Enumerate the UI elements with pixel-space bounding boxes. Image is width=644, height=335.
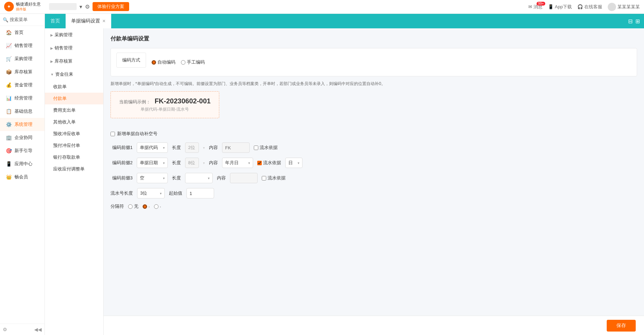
arrow-right-icon: ▶ [50,33,53,37]
code-preview-sub: 单据代码-单据日期-流水号 [119,106,211,112]
length3-select[interactable]: ▾ [185,173,213,183]
sep-dash-radio[interactable]: · [143,204,150,209]
sidebar: 🔍 搜索菜单 🏠 首页 📈 销售管理 🛒 采购管理 📦 库存核算 💰 [0,14,45,335]
sep-radio-group: 无 · · [128,203,161,210]
settings-btn[interactable]: ⚙ [85,3,90,10]
sidebar-item-label-purchase: 采购管理 [15,56,32,62]
auto-encoding-input[interactable] [152,60,156,65]
serial2-unit-value: 日 [288,160,293,166]
tab-actions: ⊟ ⊞ [628,18,644,25]
submenu-ar-ap-adjust[interactable]: 应收应付调整单 [45,163,103,175]
tab-expand-btn[interactable]: ⊞ [635,18,640,25]
submenu-expense[interactable]: 费用支出单 [45,104,103,116]
sidebar-item-finance[interactable]: 💰 资金管理 [0,78,45,92]
sidebar-search[interactable]: 🔍 搜索菜单 [0,14,45,26]
manual-encoding-radio[interactable]: 手工编码 [181,59,205,65]
submenu-prepay-receivable[interactable]: 预收冲应收单 [45,128,103,140]
serial1-checkbox-label[interactable]: 流水依据 [254,145,278,151]
operations-icon: 📊 [6,95,12,101]
serial2-checkbox[interactable] [257,161,262,165]
menu-group-capital-items: 收款单 付款单 费用支出单 其他收入单 预收冲应收单 预付冲应付单 银行存取款单… [45,81,103,175]
tab-minimize-btn[interactable]: ⊟ [628,18,633,25]
sidebar-item-system-mgmt[interactable]: ⚙️ 系统管理 [0,118,45,131]
auto-fill-label[interactable]: 新增单据自动补空号 [110,131,157,137]
user-area[interactable]: 某某某某某 [608,3,640,11]
sidebar-item-label-basic-info: 基础信息 [15,108,32,114]
sidebar-item-operations[interactable]: 📊 经营管理 [0,92,45,105]
serial2-unit-select[interactable]: 日 ▾ [285,158,302,168]
start-value-input[interactable]: 1 [186,188,214,198]
search-icon: 🔍 [3,17,8,22]
sidebar-item-enterprise[interactable]: 🏢 企业协同 [0,131,45,144]
start-value-label: 起始值 [169,190,182,196]
serial-num-chevron: ▾ [160,192,162,195]
sep-none-radio[interactable]: 无 [128,203,138,210]
menu-group-inventory-header[interactable]: ▶ 库存核算 [45,55,103,68]
sidebar-item-label-home: 首页 [15,29,23,36]
code-preview-area: 当前编码示例： FK-20230602-001 单据代码-单据日期-流水号 [110,91,637,125]
sidebar-settings-btn[interactable]: ⚙ [3,327,7,332]
sidebar-collapse-btn[interactable]: ◀◀ [34,327,42,332]
length1-label: 长度 [172,145,181,151]
sidebar-item-label-enterprise: 企业协同 [15,134,32,141]
sidebar-item-home[interactable]: 🏠 首页 [0,26,45,39]
menu-group-sales-header[interactable]: ▶ 销售管理 [45,41,103,55]
tab-encoding[interactable]: 单据编码设置 ✕ [66,14,111,28]
submenu-prepay-payable[interactable]: 预付冲应付单 [45,140,103,151]
serial3-checkbox[interactable] [262,176,266,180]
arrow-right-icon2: ▶ [50,46,53,50]
submenu-payment[interactable]: 付款单 [45,93,103,104]
tab-home[interactable]: 首页 [45,14,66,28]
manual-encoding-label: 手工编码 [187,59,205,65]
serial1-checkbox[interactable] [254,146,258,150]
sidebar-item-inventory[interactable]: 📦 库存核算 [0,65,45,78]
sidebar-item-label-inventory: 库存核算 [15,69,32,75]
submenu-receipt[interactable]: 收款单 [45,81,103,93]
encoding-radio-group: 自动编码 手工编码 [152,59,205,65]
sep-dot-radio[interactable]: · [154,204,161,209]
sep-dot-input[interactable] [154,204,158,209]
serial3-checkbox-label[interactable]: 流水依据 [262,175,286,181]
menu-group-sales-label: 销售管理 [55,45,73,51]
separator-label: 分隔符 [110,203,124,210]
code-preview-label: 当前编码示例： [119,99,151,104]
system-mgmt-icon: ⚙️ [6,121,12,128]
menu-group-capital-header[interactable]: ▼ 资金往来 [45,68,103,81]
trial-btn[interactable]: 体验行业方案 [93,2,129,11]
submenu-bank-deposit[interactable]: 银行存取款单 [45,151,103,163]
sidebar-item-sales[interactable]: 📈 销售管理 [0,39,45,52]
serial-num-select[interactable]: 3位 ▾ [137,188,165,198]
prefix3-chevron: ▾ [163,176,165,180]
dropdown-btn[interactable]: ▾ [79,3,82,10]
sidebar-item-basic-info[interactable]: 📋 基础信息 [0,105,45,118]
notice-content: 新增单据时，*单据编码*自动生成，不可编辑。前缀设置为部门、业务员等档案类，开单… [110,81,385,86]
app-download-item[interactable]: 📱 App下载 [548,4,572,10]
menu-group-purchase-header[interactable]: ▶ 采购管理 [45,28,103,41]
sep-dash-input[interactable] [143,204,147,209]
save-button[interactable]: 保存 [607,320,636,332]
prefix1-value: 单据代码 [140,145,158,151]
prefix2-select[interactable]: 单据日期 ▾ [137,158,168,168]
menu-group-inventory: ▶ 库存核算 [45,55,103,68]
online-service-item[interactable]: 🎧 在线客服 [577,4,602,10]
prefix1-select[interactable]: 单据代码 ▾ [137,142,168,153]
sidebar-item-app-center[interactable]: 📱 应用中心 [0,157,45,170]
serial2-checkbox-label[interactable]: 流水依据 [257,160,281,166]
company-selector[interactable] [49,3,77,10]
manual-encoding-input[interactable] [181,60,185,65]
prefix3-select[interactable]: 空 ▾ [137,173,168,183]
submenu-other-income[interactable]: 其他收入单 [45,116,103,128]
auto-fill-checkbox[interactable] [110,132,115,136]
message-item[interactable]: ✉ 消息 99+ [528,4,542,10]
content2-select[interactable]: 年月日 ▾ [222,158,253,168]
sidebar-item-newcomer[interactable]: 🎯 新手引导 [0,144,45,157]
auto-encoding-radio[interactable]: 自动编码 [152,59,175,65]
serial3-label: 流水依据 [268,175,286,181]
sidebar-item-vip[interactable]: 👑 畅会员 [0,170,45,184]
sep-none-input[interactable] [128,204,133,209]
sidebar-item-purchase[interactable]: 🛒 采购管理 [0,52,45,65]
app-center-icon: 📱 [6,161,12,167]
sidebar-bottom: ⚙ ◀◀ [0,324,45,335]
tab-close-btn[interactable]: ✕ [102,19,106,24]
home-icon: 🏠 [6,29,12,36]
